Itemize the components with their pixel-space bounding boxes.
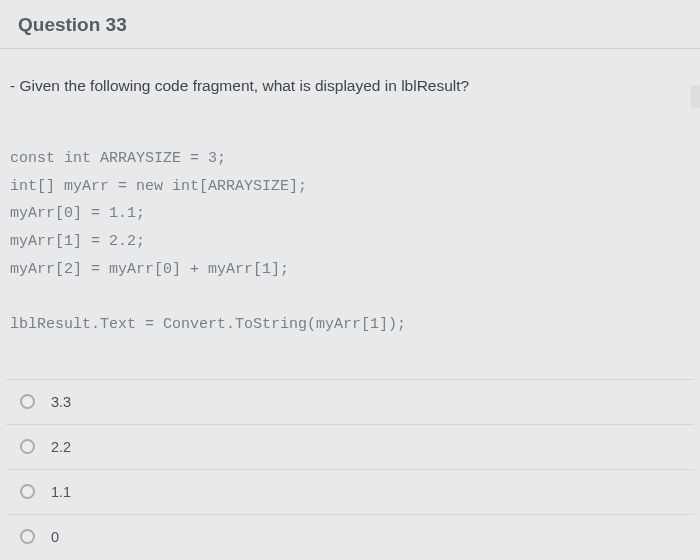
answer-option[interactable]: 0 [6,514,694,555]
option-label: 1.1 [51,484,71,500]
question-title: Question 33 [18,14,682,36]
code-block: const int ARRAYSIZE = 3; int[] myArr = n… [6,117,694,367]
question-content: - Given the following code fragment, wha… [0,49,700,555]
code-line: myArr[1] = 2.2; [10,233,145,250]
code-line: int[] myArr = new int[ARRAYSIZE]; [10,178,307,195]
answer-option[interactable]: 2.2 [6,424,694,469]
radio-icon [20,394,35,409]
code-line: const int ARRAYSIZE = 3; [10,150,226,167]
option-label: 0 [51,529,59,545]
code-line: myArr[0] = 1.1; [10,205,145,222]
answer-option[interactable]: 3.3 [6,379,694,424]
code-line: myArr[2] = myArr[0] + myArr[1]; [10,261,289,278]
radio-icon [20,484,35,499]
option-label: 3.3 [51,394,71,410]
answer-option[interactable]: 1.1 [6,469,694,514]
radio-icon [20,529,35,544]
radio-icon [20,439,35,454]
question-header: Question 33 [0,0,700,49]
option-label: 2.2 [51,439,71,455]
answer-options: 3.3 2.2 1.1 0 [6,379,694,555]
side-tab[interactable] [692,86,700,108]
code-line: lblResult.Text = Convert.ToString(myArr[… [10,316,406,333]
question-prompt: - Given the following code fragment, wha… [6,77,694,95]
